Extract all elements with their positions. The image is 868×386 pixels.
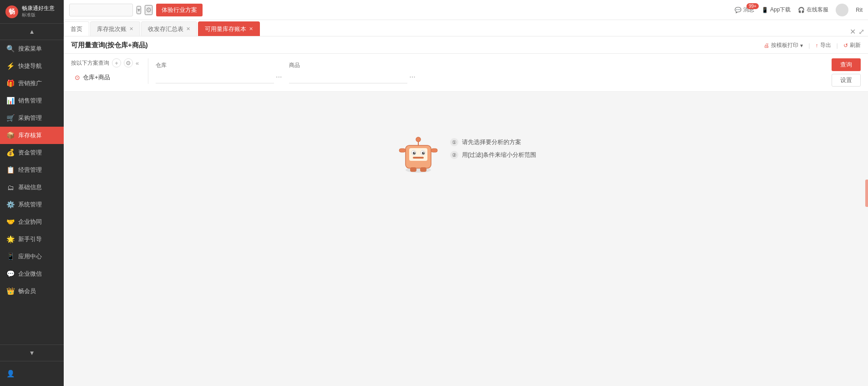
sidebar-scroll-down[interactable]: ▼ (0, 347, 64, 359)
topbar-app-download[interactable]: 📱 App下载 (761, 6, 791, 14)
tab-expand-btn[interactable]: ⤢ (858, 27, 864, 36)
product-more-btn[interactable]: ··· (409, 73, 415, 81)
sidebar-item-appcenter[interactable]: 📱 应用中心 (0, 248, 64, 265)
warehouse-label: 仓库 (156, 62, 282, 69)
filter-area: 按以下方案查询 + ⚙ « ⊙ 仓库+商品 仓库 ··· (64, 54, 868, 92)
wechat-icon: 💬 (6, 270, 15, 278)
page-header: 可用量查询(按仓库+商品) 🖨 按模板打印 ▾ | ↑ 导出 | ↺ 刷新 (64, 36, 868, 54)
tab-batch[interactable]: 库存批次账 ✕ (90, 21, 140, 36)
app-name: 畅康通好生意 (22, 5, 55, 12)
product-label: 商品 (289, 62, 415, 69)
sidebar-item-operations[interactable]: 📋 经营管理 (0, 161, 64, 179)
topbar-service-btn[interactable]: 🎧 在线客服 (798, 6, 828, 14)
sidebar-item-user[interactable]: 👤 (0, 365, 64, 382)
sidebar-item-marketing[interactable]: 🎁 营销推广 (0, 75, 64, 92)
empty-state: ① 请先选择要分析的方案 ② 用[过滤]条件来缩小分析范围 (64, 92, 868, 206)
sidebar-item-sales[interactable]: 📊 销售管理 (0, 92, 64, 109)
svg-rect-12 (399, 149, 406, 152)
sidebar-logo: 畅 畅康通好生意 标准版 (0, 0, 64, 24)
scheme-item-label: 仓库+商品 (83, 73, 110, 82)
topbar-dropdown-btn[interactable]: ▾ (137, 6, 141, 14)
scheme-panel: 按以下方案查询 + ⚙ « ⊙ 仓库+商品 (71, 58, 148, 84)
topbar-right: 💬 消息 99+ 📱 App下载 🎧 在线客服 Rit (735, 4, 863, 16)
member-icon: 👑 (6, 287, 15, 295)
sidebar-item-inventory[interactable]: 📦 库存核算 (0, 127, 64, 144)
empty-state-content: ① 请先选择要分析的方案 ② 用[过滤]条件来缩小分析范围 (396, 128, 536, 169)
empty-illustration (396, 128, 437, 169)
warehouse-more-btn[interactable]: ··· (276, 73, 282, 81)
shortcut-icon: ⚡ (6, 62, 15, 70)
sidebar-item-member[interactable]: 👑 畅会员 (0, 283, 64, 300)
export-btn[interactable]: ↑ 导出 (816, 41, 831, 49)
tab-batch-close[interactable]: ✕ (129, 26, 133, 32)
msg-icon: 💬 (735, 7, 741, 13)
sidebar-item-enterprise[interactable]: 🤝 企业协同 (0, 213, 64, 231)
user-icon: 👤 (6, 370, 15, 378)
tab-available[interactable]: 可用量库存账本 ✕ (198, 21, 260, 36)
sidebar-item-system[interactable]: ⚙️ 系统管理 (0, 196, 64, 213)
query-btn[interactable]: 查询 (832, 58, 861, 71)
robot-svg (396, 128, 441, 174)
inventory-icon: 📦 (6, 131, 15, 139)
svg-rect-15 (420, 167, 426, 172)
system-icon: ⚙️ (6, 201, 15, 209)
sidebar-item-search[interactable]: 🔍 搜索菜单 (0, 40, 64, 57)
sidebar: 畅 畅康通好生意 标准版 ▲ 🔍 搜索菜单 ⚡ 快捷导航 🎁 营销推广 📊 销售… (0, 0, 64, 386)
right-scroll-indicator[interactable] (865, 180, 868, 207)
topbar-gear-btn[interactable]: ⚙ (145, 5, 152, 15)
scheme-add-btn[interactable]: + (112, 58, 121, 67)
topbar-industry-btn[interactable]: 体验行业方案 (156, 4, 203, 16)
home-tab-label: 首页 (71, 25, 82, 33)
user-avatar[interactable] (836, 4, 848, 16)
logo-icon: 畅 (5, 5, 18, 18)
tab-summary-close[interactable]: ✕ (186, 26, 190, 32)
print-dropdown-icon: ▾ (800, 42, 803, 49)
sidebar-item-guide[interactable]: 🌟 新手引导 (0, 231, 64, 248)
sidebar-item-shortcut[interactable]: ⚡ 快捷导航 (0, 57, 64, 75)
warehouse-input[interactable] (156, 71, 274, 83)
topbar-msg-btn[interactable]: 💬 消息 99+ (735, 6, 754, 14)
marketing-icon: 🎁 (6, 79, 15, 87)
sidebar-item-finance[interactable]: 💰 资金管理 (0, 144, 64, 161)
content-area: 可用量查询(按仓库+商品) 🖨 按模板打印 ▾ | ↑ 导出 | ↺ 刷新 (64, 36, 868, 386)
page-title: 可用量查询(按仓库+商品) (71, 41, 148, 50)
tabs-bar: 首页 库存批次账 ✕ 收发存汇总表 ✕ 可用量库存账本 ✕ ✕ ⤢ (64, 20, 868, 36)
filter-fields: 仓库 ··· 商品 ··· 查询 设置 (148, 58, 861, 87)
batch-tab-label: 库存批次账 (97, 25, 127, 33)
enterprise-icon: 🤝 (6, 218, 15, 226)
product-input[interactable] (289, 71, 407, 83)
scheme-item-warehouse-product[interactable]: ⊙ 仓库+商品 (71, 71, 143, 84)
svg-rect-14 (410, 167, 416, 172)
hint-item-2: ② 用[过滤]条件来缩小分析范围 (450, 151, 536, 159)
available-tab-label: 可用量库存账本 (205, 25, 246, 33)
summary-tab-label: 收发存汇总表 (148, 25, 183, 33)
export-icon: ↑ (816, 42, 818, 49)
scheme-settings-btn[interactable]: ⚙ (124, 58, 133, 67)
tab-summary[interactable]: 收发存汇总表 ✕ (141, 21, 197, 36)
sidebar-bottom: 👤 (0, 361, 64, 386)
scheme-label: 按以下方案查询 (71, 59, 109, 67)
finance-icon: 💰 (6, 149, 15, 157)
print-template-btn[interactable]: 🖨 按模板打印 ▾ (764, 41, 803, 49)
svg-rect-2 (409, 148, 427, 161)
scheme-collapse-btn[interactable]: « (136, 60, 139, 67)
tab-available-close[interactable]: ✕ (249, 26, 253, 32)
sidebar-scroll-up[interactable]: ▲ (0, 26, 64, 38)
tab-close-all-btn[interactable]: ✕ (850, 27, 856, 36)
filter-settings-btn[interactable]: 设置 (832, 74, 861, 87)
page-actions: 🖨 按模板打印 ▾ | ↑ 导出 | ↺ 刷新 (764, 41, 861, 49)
username-label[interactable]: Rit (856, 7, 863, 13)
main-area: ▾ ⚙ 体验行业方案 💬 消息 99+ 📱 App下载 🎧 在线客服 Rit (64, 0, 868, 386)
guide-icon: 🌟 (6, 235, 15, 243)
sidebar-item-basics[interactable]: 🗂 基础信息 (0, 179, 64, 196)
refresh-icon: ↺ (843, 42, 848, 49)
print-icon: 🖨 (764, 42, 769, 49)
svg-point-5 (413, 152, 416, 154)
hint-text-1: 请先选择要分析的方案 (462, 138, 521, 146)
sidebar-item-wechat[interactable]: 💬 企业微信 (0, 265, 64, 283)
topbar-search-input[interactable] (69, 4, 133, 16)
basics-icon: 🗂 (6, 184, 15, 191)
tab-home[interactable]: 首页 (64, 21, 89, 36)
sidebar-item-purchase[interactable]: 🛒 采购管理 (0, 109, 64, 127)
refresh-btn[interactable]: ↺ 刷新 (843, 41, 861, 49)
